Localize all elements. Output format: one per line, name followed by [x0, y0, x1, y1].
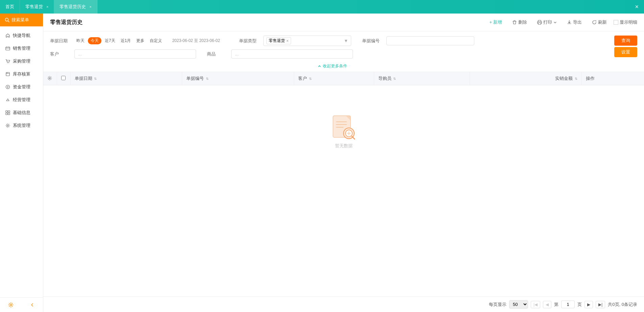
gear-icon	[8, 302, 14, 308]
page-number-input[interactable]	[561, 300, 575, 308]
sidebar-item-quick-nav[interactable]: 快捷导航	[0, 29, 43, 42]
window-close-button[interactable]: ×	[629, 3, 644, 10]
sidebar-item-system[interactable]: 系统管理	[0, 119, 43, 132]
date-more-btn[interactable]: 更多	[134, 37, 146, 44]
date-yesterday-btn[interactable]: 昨天	[74, 37, 87, 44]
th-amount-label: 实销金额	[555, 76, 573, 81]
customer-input[interactable]: ...	[74, 49, 196, 59]
nav-label: 资金管理	[13, 84, 30, 90]
date-filter-label: 单据日期	[50, 38, 69, 44]
new-button[interactable]: + 新增	[486, 18, 505, 27]
print-button[interactable]: 打印	[534, 18, 560, 27]
export-button[interactable]: 导出	[564, 18, 585, 27]
svg-rect-9	[8, 111, 10, 112]
doc-type-tag-label: 零售退货	[269, 38, 285, 44]
new-button-label: + 新增	[490, 19, 502, 25]
header-actions: + 新增 删除 打印	[486, 18, 637, 27]
date-1month-btn[interactable]: 近1月	[119, 37, 133, 44]
svg-rect-14	[538, 20, 541, 22]
th-customer[interactable]: 客户 ⇅	[294, 72, 374, 85]
display-detail-label: 显示明细	[620, 19, 637, 25]
collapse-sidebar-button[interactable]	[29, 302, 35, 308]
first-page-button[interactable]: |◀	[531, 301, 540, 308]
date-7days-btn[interactable]: 近7天	[103, 37, 117, 44]
last-page-button[interactable]: ▶|	[596, 301, 605, 308]
date-today-btn[interactable]: 今天	[88, 37, 101, 44]
operation-icon	[5, 97, 10, 102]
query-button-label: 查询	[621, 38, 630, 43]
tab-home-label: 首页	[5, 4, 14, 10]
sidebar-item-inventory[interactable]: 库存核算	[0, 68, 43, 81]
page-size-select[interactable]: 10 20 50 100	[509, 300, 528, 309]
nav-label: 基础信息	[13, 110, 30, 116]
settings-gear-button[interactable]	[8, 302, 14, 308]
th-amount[interactable]: 实销金额 ⇅	[470, 72, 582, 85]
svg-rect-10	[6, 113, 7, 115]
sidebar-search[interactable]: 搜索菜单	[0, 14, 43, 26]
sidebar-item-operation[interactable]: 经营管理	[0, 93, 43, 106]
sidebar: 搜索菜单 快捷导航 销售管理	[0, 14, 43, 312]
date-custom-btn[interactable]: 自定义	[148, 37, 164, 44]
th-doc-no[interactable]: 单据编号 ⇅	[182, 72, 294, 85]
refresh-button[interactable]: 刷新	[589, 18, 610, 27]
date-range-display: 2023-06-02 至 2023-06-02	[172, 38, 220, 44]
tab-retail-return-close[interactable]: ×	[46, 5, 48, 9]
doc-no-input[interactable]	[386, 36, 474, 45]
print-icon	[537, 20, 542, 25]
top-bar: 首页 零售退货 × 零售退货历史 × ×	[0, 0, 644, 14]
query-button[interactable]: 查询	[614, 36, 637, 46]
select-all-checkbox[interactable]	[61, 76, 66, 80]
system-icon	[5, 123, 10, 128]
sidebar-item-fund[interactable]: 资金管理	[0, 81, 43, 93]
th-doc-date-label: 单据日期	[75, 76, 92, 81]
main-layout: 搜索菜单 快捷导航 销售管理	[0, 14, 644, 312]
empty-text: 暂无数据	[335, 143, 353, 149]
home-icon	[5, 33, 10, 38]
total-label: 共0页, 0条记录	[608, 302, 637, 308]
tab-retail-return[interactable]: 零售退货 ×	[20, 0, 54, 14]
svg-point-16	[49, 77, 50, 79]
sidebar-item-purchase[interactable]: 采购管理	[0, 55, 43, 68]
purchase-icon	[5, 59, 10, 64]
fund-icon	[5, 85, 10, 89]
goods-filter-label: 商品	[207, 51, 226, 57]
sort-amount-icon: ⇅	[575, 77, 577, 81]
th-actions: 操作	[582, 72, 644, 85]
inventory-icon	[5, 72, 10, 76]
nav-label: 采购管理	[13, 58, 30, 64]
th-doc-date[interactable]: 单据日期 ⇅	[70, 72, 182, 85]
display-detail-checkbox[interactable]	[614, 20, 618, 25]
goods-input[interactable]: ...	[231, 49, 353, 59]
refresh-button-label: 刷新	[598, 19, 607, 25]
collapse-filter-label: 收起更多条件	[323, 63, 347, 69]
delete-button-label: 删除	[518, 19, 527, 25]
tab-home[interactable]: 首页	[0, 0, 20, 14]
nav-label: 快捷导航	[13, 32, 30, 39]
doc-type-select[interactable]: 零售退货 × ▼	[263, 36, 351, 46]
sidebar-item-sales[interactable]: 销售管理	[0, 42, 43, 55]
print-dropdown-icon	[553, 21, 557, 24]
tab-retail-return-history[interactable]: 零售退货历史 ×	[54, 0, 97, 14]
th-settings[interactable]	[43, 72, 57, 85]
prev-page-button[interactable]: ◀	[543, 301, 551, 308]
svg-point-4	[7, 63, 8, 63]
doc-type-tag-remove[interactable]: ×	[286, 39, 289, 43]
collapse-filter-button[interactable]: 收起更多条件	[317, 63, 347, 69]
page-unit: 页	[577, 302, 582, 308]
th-guide-label: 导购员	[378, 76, 391, 81]
sidebar-item-basic[interactable]: 基础信息	[0, 106, 43, 119]
table-settings-icon[interactable]	[47, 76, 52, 81]
export-button-label: 导出	[573, 19, 582, 25]
next-page-button[interactable]: ▶	[585, 301, 593, 308]
tab-retail-return-history-close[interactable]: ×	[89, 5, 91, 9]
svg-line-1	[8, 21, 9, 22]
table-header-row: 单据日期 ⇅ 单据编号 ⇅ 客户 ⇅ 导购员 ⇅	[43, 72, 644, 85]
sidebar-nav: 快捷导航 销售管理 采购管理	[0, 26, 43, 297]
th-checkbox[interactable]	[57, 72, 70, 85]
empty-state: 暂无数据	[43, 85, 644, 176]
th-guide[interactable]: 导购员 ⇅	[374, 72, 470, 85]
display-detail-toggle[interactable]: 显示明细	[614, 19, 637, 25]
delete-button[interactable]: 删除	[509, 18, 530, 27]
filter-settings-button[interactable]: 设置	[614, 47, 637, 57]
sidebar-footer	[0, 297, 43, 312]
